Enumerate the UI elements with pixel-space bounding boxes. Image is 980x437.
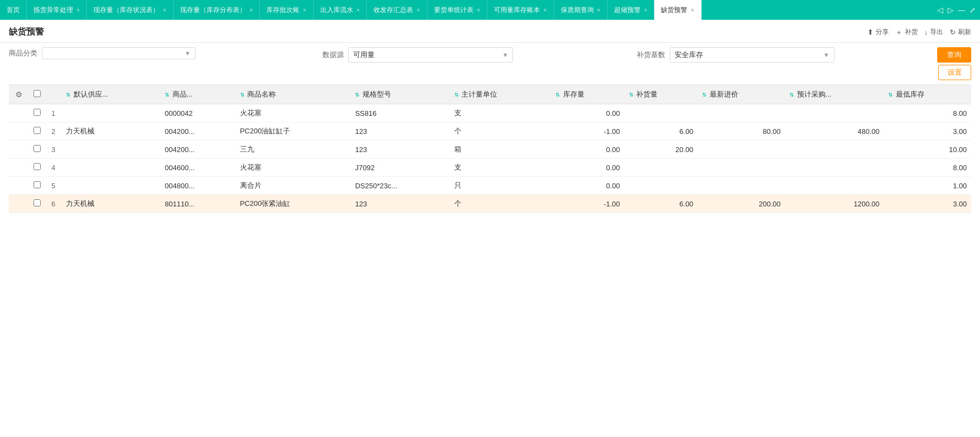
tab-shortage[interactable]: 缺货预警 ×: [654, 0, 701, 20]
tab-batch-account[interactable]: 库存批次账 ×: [260, 0, 313, 20]
export-button[interactable]: ↓ 导出: [925, 27, 944, 37]
tab-expiry-query[interactable]: 保质期查询 ×: [554, 0, 608, 20]
window-maximize[interactable]: ⤢: [967, 6, 978, 14]
col-supplier[interactable]: ⇅ 默认供应...: [62, 85, 160, 104]
row-spec: 123: [350, 141, 449, 159]
row-min-stock: 3.00: [884, 195, 971, 213]
row-checkbox-cell[interactable]: [29, 159, 45, 177]
datasource-select[interactable]: 可用量 ▼: [348, 47, 513, 63]
row-latest-price: [698, 104, 785, 122]
tab-exception[interactable]: 拣货异常处理 ×: [27, 0, 87, 20]
sort-min-stock-icon: ⇅: [888, 92, 893, 98]
tab-bar: 首页 拣货异常处理 × 现存量（库存状况表） × 现存量（库存分布表） × 库存…: [0, 0, 980, 20]
refresh-icon: ↻: [950, 28, 956, 36]
row-est-purchase: [785, 159, 884, 177]
col-name[interactable]: ⇅ 商品名称: [236, 85, 351, 104]
settings-button[interactable]: 设置: [938, 65, 971, 80]
tab-close-flow[interactable]: ×: [357, 7, 360, 13]
col-spec[interactable]: ⇅ 规格型号: [350, 85, 449, 104]
sort-replenish-icon: ⇅: [629, 92, 633, 98]
tab-nav-next[interactable]: ▷: [945, 5, 956, 14]
row-checkbox-5[interactable]: [34, 199, 41, 206]
replenish-base-select[interactable]: 安全库存 ▼: [670, 47, 834, 63]
row-spec: J7092: [350, 159, 449, 177]
col-unit[interactable]: ⇅ 主计量单位: [450, 85, 551, 104]
row-replenish: 6.00: [625, 122, 698, 141]
sort-supplier-icon: ⇅: [66, 92, 70, 98]
tab-close-available-ledger[interactable]: ×: [543, 7, 547, 13]
col-gear[interactable]: ⚙: [9, 85, 29, 104]
col-latest-price[interactable]: ⇅ 最新进价: [698, 85, 785, 104]
settings-gear-icon[interactable]: ⚙: [15, 90, 23, 99]
tab-inventory-dist[interactable]: 现存量（库存分布表） ×: [174, 0, 260, 20]
row-checkbox-2[interactable]: [34, 145, 41, 152]
row-checkbox-cell[interactable]: [29, 104, 45, 122]
table-row: 3 004200... 三九 123 箱 0.00 20.00 10.00: [9, 141, 971, 159]
tab-overstock[interactable]: 超储预警 ×: [608, 0, 654, 20]
export-icon: ↓: [925, 28, 928, 36]
tab-nav-prev[interactable]: ◁: [935, 5, 945, 14]
tab-close-batch-account[interactable]: ×: [303, 7, 306, 13]
row-replenish: [625, 104, 698, 122]
col-min-stock[interactable]: ⇅ 最低库存: [884, 85, 971, 104]
tab-available-ledger[interactable]: 可用量库存账本 ×: [487, 0, 554, 20]
row-checkbox-4[interactable]: [34, 181, 41, 188]
tab-close-collection[interactable]: ×: [416, 7, 420, 13]
tab-collection[interactable]: 收发存汇总表 ×: [367, 0, 427, 20]
tab-close-inventory-status[interactable]: ×: [163, 7, 166, 13]
row-checkbox-cell[interactable]: [29, 122, 45, 141]
tab-demand-stat[interactable]: 要货单统计表 ×: [427, 0, 487, 20]
query-button[interactable]: 查询: [937, 47, 971, 63]
row-name: PC200张紧油缸: [236, 195, 351, 213]
row-latest-price: [698, 141, 785, 159]
col-stock[interactable]: ⇅ 库存量: [551, 85, 625, 104]
table-header-row: ⚙ ⇅ 默认供应... ⇅ 商品... ⇅: [9, 85, 971, 104]
col-est-purchase[interactable]: ⇅ 预计采购...: [785, 85, 884, 104]
row-code: 004200...: [160, 122, 236, 141]
replenish-button[interactable]: ＋ 补货: [895, 27, 918, 37]
row-num: 3: [45, 141, 62, 159]
row-checkbox-cell[interactable]: [29, 177, 45, 195]
row-unit: 个: [450, 195, 551, 213]
tab-flow[interactable]: 出入库流水 ×: [314, 0, 367, 20]
table-row: 6 力天机械 801110... PC200张紧油缸 123 个 -1.00 6…: [9, 195, 971, 213]
tab-close-exception[interactable]: ×: [76, 7, 80, 13]
table-row: 4 004600... 火花塞 J7092 支 0.00 8.00: [9, 159, 971, 177]
share-button[interactable]: ⬆ 分享: [867, 27, 889, 37]
row-checkbox-0[interactable]: [34, 109, 41, 116]
row-name: 火花塞: [236, 159, 351, 177]
category-select[interactable]: ▼: [42, 47, 196, 59]
table-row: 1 0000042 火花塞 SS816 支 0.00 8.00: [9, 104, 971, 122]
col-select-all[interactable]: [29, 85, 45, 104]
tab-close-inventory-dist[interactable]: ×: [249, 7, 253, 13]
tab-close-demand-stat[interactable]: ×: [477, 7, 480, 13]
row-checkbox-1[interactable]: [34, 127, 41, 134]
row-checkbox-cell[interactable]: [29, 195, 45, 213]
datasource-label: 数据源: [322, 50, 344, 60]
table-row: 5 004800... 离合片 DS250*23c... 只 0.00 1.00: [9, 177, 971, 195]
row-stock: 0.00: [551, 177, 625, 195]
row-code: 0000042: [160, 104, 236, 122]
category-label: 商品分类: [9, 48, 37, 58]
select-all-checkbox[interactable]: [34, 90, 41, 97]
tab-close-overstock[interactable]: ×: [644, 7, 647, 13]
row-num: 1: [45, 104, 62, 122]
row-checkbox-cell[interactable]: [29, 141, 45, 159]
tab-close-shortage[interactable]: ×: [691, 7, 694, 13]
col-code[interactable]: ⇅ 商品...: [160, 85, 236, 104]
filter-datasource-group: 数据源 可用量 ▼: [322, 47, 623, 63]
filter-replenish-base-group: 补货基数 安全库存 ▼: [637, 47, 937, 63]
window-minimize[interactable]: —: [956, 6, 967, 14]
row-replenish: 6.00: [625, 195, 698, 213]
row-code: 004200...: [160, 141, 236, 159]
row-checkbox-3[interactable]: [34, 163, 41, 170]
refresh-button[interactable]: ↻ 刷新: [950, 27, 971, 37]
tab-inventory-status[interactable]: 现存量（库存状况表） ×: [87, 0, 173, 20]
sort-latest-price-icon: ⇅: [702, 92, 706, 98]
tab-home[interactable]: 首页: [0, 0, 27, 20]
tab-close-expiry-query[interactable]: ×: [597, 7, 600, 13]
sort-code-icon: ⇅: [165, 92, 169, 98]
row-min-stock: 10.00: [884, 141, 971, 159]
col-replenish[interactable]: ⇅ 补货量: [625, 85, 698, 104]
row-name: PC200油缸缸子: [236, 122, 351, 141]
